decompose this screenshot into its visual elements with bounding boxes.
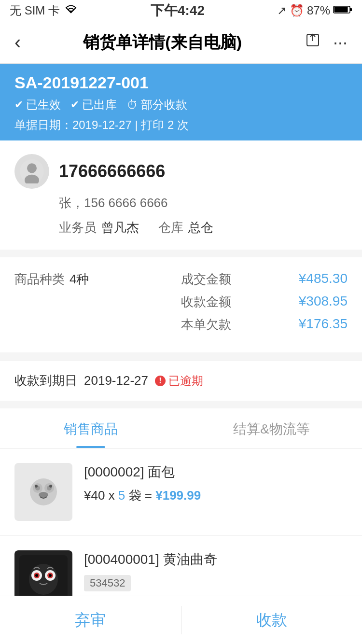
- share-icon[interactable]: [304, 31, 321, 53]
- svg-rect-1: [350, 8, 352, 11]
- wifi-icon: [64, 4, 78, 17]
- product-code-cookie: [000400001]: [84, 552, 159, 567]
- product-title-cookie: 黄油曲奇: [163, 552, 217, 567]
- tab-settlement[interactable]: 结算&物流等: [181, 408, 362, 448]
- nav-icons: ···: [304, 31, 348, 53]
- summary-row: 商品种类 4种 成交金额 ¥485.30 收款金额 ¥308.95 本单欠款 ¥…: [14, 271, 348, 339]
- received-label: 收款金额: [181, 294, 231, 310]
- status-activated: ✔ 已生效: [14, 97, 61, 112]
- sales-person: 业务员 曾凡杰: [59, 219, 139, 236]
- order-status-row: ✔ 已生效 ✔ 已出库 ⏱ 部分收款: [14, 97, 348, 112]
- price-bread: ¥40: [84, 488, 105, 503]
- product-type-count: 4种: [70, 271, 89, 288]
- product-name-bread: [0000002] 面包: [84, 463, 348, 481]
- order-id: SA-20191227-001: [14, 73, 348, 92]
- tab-sales-products[interactable]: 销售商品: [0, 408, 181, 448]
- product-info-bread: [0000002] 面包 ¥40 x 5 袋 = ¥199.99: [84, 463, 348, 521]
- location-icon: ↗: [277, 4, 287, 17]
- sales-label: 业务员: [59, 219, 97, 236]
- clock-icon: ⏱: [126, 98, 138, 112]
- overdue-icon: !: [155, 376, 166, 386]
- summary-right: 成交金额 ¥485.30 收款金额 ¥308.95 本单欠款 ¥176.35: [181, 271, 348, 339]
- avatar: [14, 154, 49, 189]
- check-icon-2: ✔: [70, 98, 79, 111]
- status-partial: ⏱ 部分收款: [126, 97, 187, 112]
- customer-phone: 17666666666: [59, 161, 165, 182]
- amount-item: 成交金额 ¥485.30: [181, 271, 348, 288]
- multiply-bread: x: [109, 488, 118, 503]
- customer-section: 17666666666 张，156 6666 6666 业务员 曾凡杰 仓库 总…: [0, 140, 362, 250]
- summary-section: 商品种类 4种 成交金额 ¥485.30 收款金额 ¥308.95 本单欠款 ¥…: [0, 257, 362, 352]
- confirm-button[interactable]: 收款: [181, 596, 362, 644]
- tab-settlement-label: 结算&物流等: [233, 421, 310, 436]
- svg-point-22: [49, 574, 52, 577]
- debt-item: 本单欠款 ¥176.35: [181, 316, 348, 333]
- alarm-icon: ⏰: [290, 4, 304, 17]
- due-date: 2019-12-27: [84, 373, 148, 388]
- status-partial-label: 部分收款: [141, 97, 187, 112]
- product-type-label: 商品种类: [14, 271, 65, 288]
- warehouse: 仓库 总仓: [158, 219, 213, 236]
- svg-point-23: [37, 586, 50, 594]
- back-button[interactable]: ‹: [14, 31, 21, 53]
- tabs-row: 销售商品 结算&物流等: [0, 408, 362, 448]
- debt-value: ¥176.35: [299, 316, 348, 333]
- battery-label: 87%: [307, 4, 330, 17]
- product-price-bread: ¥40 x 5 袋 = ¥199.99: [84, 487, 348, 504]
- product-title-bread: 面包: [148, 464, 175, 479]
- customer-meta: 业务员 曾凡杰 仓库 总仓: [59, 219, 348, 236]
- order-date-label: 单据日期：2019-12-27: [14, 118, 132, 131]
- debt-label: 本单欠款: [181, 316, 231, 333]
- status-activated-label: 已生效: [26, 97, 61, 112]
- svg-rect-2: [334, 7, 348, 13]
- warehouse-name: 总仓: [188, 219, 213, 236]
- equals-bread: =: [145, 488, 155, 503]
- amount-label: 成交金额: [181, 271, 231, 288]
- status-left: 无 SIM 卡: [10, 3, 78, 18]
- customer-row: 17666666666: [14, 154, 348, 189]
- due-section: 收款到期日 2019-12-27 ! 已逾期: [0, 360, 362, 401]
- unit-bread: 袋: [129, 488, 141, 503]
- warehouse-label: 仓库: [158, 219, 183, 236]
- amount-value: ¥485.30: [299, 271, 348, 288]
- product-type-item: 商品种类 4种: [14, 271, 181, 288]
- svg-point-21: [35, 574, 38, 577]
- status-right: ↗ ⏰ 87%: [277, 4, 352, 17]
- svg-point-5: [27, 163, 37, 173]
- sim-label: 无 SIM 卡: [10, 3, 60, 18]
- qty-bread: 5: [118, 488, 125, 503]
- nav-bar: ‹ 销货单详情(来自电脑) ···: [0, 21, 362, 64]
- received-value: ¥308.95: [299, 294, 348, 310]
- order-header-banner: SA-20191227-001 ✔ 已生效 ✔ 已出库 ⏱ 部分收款 单据日期：…: [0, 64, 362, 140]
- status-delivered-label: 已出库: [82, 97, 117, 112]
- tab-sales-label: 销售商品: [64, 421, 118, 436]
- order-meta: 单据日期：2019-12-27 | 打印 2 次: [14, 117, 348, 133]
- svg-point-13: [35, 485, 38, 488]
- overdue-badge: ! 已逾期: [155, 373, 203, 389]
- check-icon-1: ✔: [14, 98, 23, 111]
- product-name-cookie: [000400001] 黄油曲奇: [84, 550, 348, 569]
- battery-icon: [333, 4, 352, 17]
- sales-name: 曾凡杰: [101, 219, 139, 236]
- status-delivered: ✔ 已出库: [70, 97, 117, 112]
- cancel-button[interactable]: 弃审: [0, 596, 181, 644]
- status-time: 下午4:42: [151, 1, 205, 20]
- product-batch-cookie: 534532: [84, 575, 131, 591]
- summary-left: 商品种类 4种: [14, 271, 181, 292]
- product-code-bread: [0000002]: [84, 464, 144, 479]
- svg-point-14: [49, 485, 52, 488]
- product-thumb-bread: [14, 463, 72, 521]
- more-icon[interactable]: ···: [333, 32, 348, 53]
- status-bar: 无 SIM 卡 下午4:42 ↗ ⏰ 87%: [0, 0, 362, 21]
- total-bread: ¥199.99: [155, 488, 201, 503]
- customer-name-phone: 张，156 6666 6666: [59, 195, 348, 211]
- tabs-section: 销售商品 结算&物流等: [0, 408, 362, 448]
- product-item-bread: [0000002] 面包 ¥40 x 5 袋 = ¥199.99: [0, 448, 362, 536]
- page-title: 销货单详情(来自电脑): [83, 31, 242, 54]
- overdue-text: 已逾期: [168, 373, 203, 389]
- order-print-count: 打印 2 次: [141, 118, 189, 131]
- order-separator: |: [135, 118, 141, 131]
- received-item: 收款金额 ¥308.95: [181, 294, 348, 310]
- due-label: 收款到期日: [14, 372, 77, 389]
- bottom-bar: 弃审 收款: [0, 596, 362, 644]
